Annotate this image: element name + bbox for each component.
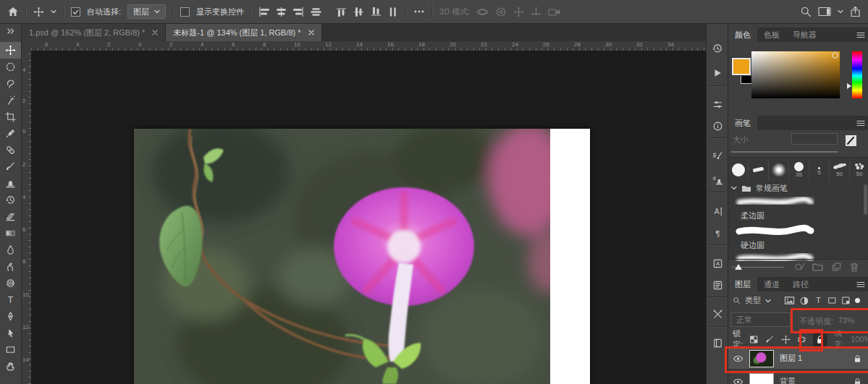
tool-dodge-icon[interactable] <box>0 275 21 291</box>
info-panel-icon[interactable] <box>707 118 728 135</box>
tool-shape-icon[interactable] <box>0 341 21 358</box>
align-center-horizontal-icon[interactable] <box>276 7 287 17</box>
filter-adjustment-layers-icon[interactable] <box>799 296 809 306</box>
layer-thumbnail[interactable] <box>749 373 774 384</box>
tab-brushes[interactable]: 画笔 <box>728 116 757 130</box>
properties-panel-icon[interactable] <box>707 96 728 113</box>
recent-brush-flat-tip[interactable] <box>749 158 769 182</box>
tool-magic-wand-icon[interactable] <box>0 92 21 108</box>
clone-source-panel-icon[interactable] <box>707 172 728 189</box>
tab-channels[interactable]: 通道 <box>757 277 786 291</box>
lock-all-toggle-icon[interactable] <box>813 333 827 346</box>
visibility-eye-icon[interactable] <box>733 354 743 363</box>
tool-history-brush-icon[interactable] <box>0 192 21 208</box>
tool-marquee-icon[interactable] <box>0 59 21 75</box>
layer-name[interactable]: 图层 1 <box>780 353 802 364</box>
share-icon[interactable] <box>850 6 861 17</box>
ruler-left[interactable]: 42 02 46 810 1214 16 <box>22 51 32 384</box>
chevron-down-icon[interactable] <box>765 299 771 303</box>
libraries-panel-icon[interactable] <box>707 335 728 351</box>
layer-thumbnail[interactable] <box>749 350 774 367</box>
new-group-icon[interactable] <box>812 263 823 271</box>
auto-select-target-dropdown[interactable]: 图层 <box>127 4 166 19</box>
brush-settings-panel-icon[interactable] <box>707 148 728 165</box>
close-tab-icon[interactable] <box>152 30 158 35</box>
brush-preset-hard-round[interactable]: 硬边圆 <box>728 223 868 253</box>
actions-panel-icon[interactable] <box>707 64 728 81</box>
filter-pixel-layers-icon[interactable] <box>784 296 795 305</box>
recent-brush-texture[interactable]: 50 <box>850 158 868 182</box>
tool-blur-icon[interactable] <box>0 242 21 258</box>
recent-brush-scatter[interactable]: 50 <box>830 158 850 182</box>
tab-swatches[interactable]: 色板 <box>757 27 786 42</box>
delete-brush-icon[interactable] <box>850 263 859 272</box>
brush-group-row[interactable]: 常规画笔 <box>728 182 868 195</box>
tab-layers[interactable]: 图层 <box>728 277 757 291</box>
filter-type-layers-icon[interactable]: T <box>814 296 823 305</box>
lock-position-icon[interactable] <box>781 335 791 344</box>
paragraph-styles-panel-icon[interactable] <box>707 277 728 294</box>
preview-size-slider[interactable] <box>732 263 784 270</box>
tool-brush-icon[interactable] <box>0 158 21 175</box>
recent-brush-hard-round-5[interactable]: 5 <box>809 158 830 182</box>
workspace-switcher-icon[interactable] <box>818 7 831 17</box>
distribute-vertical-icon[interactable] <box>388 7 399 17</box>
lock-artboard-icon[interactable] <box>797 335 806 344</box>
ruler-corner[interactable] <box>22 41 32 51</box>
brush-size-slider[interactable] <box>731 151 838 153</box>
color-field-marker[interactable] <box>832 52 838 59</box>
lock-transparency-icon[interactable] <box>749 335 759 344</box>
tool-gradient-icon[interactable] <box>0 225 21 242</box>
tool-eraser-icon[interactable] <box>0 208 21 225</box>
tool-hand-icon[interactable] <box>0 358 21 375</box>
layer-name[interactable]: 背景 <box>780 376 796 384</box>
distribute-horizontal-icon[interactable] <box>311 7 321 17</box>
filter-shape-layers-icon[interactable] <box>827 296 837 305</box>
more-options-icon[interactable] <box>413 9 425 14</box>
tool-path-select-icon[interactable] <box>0 325 21 341</box>
tool-eyedropper-icon[interactable] <box>0 125 21 142</box>
collapse-toolbar-icon[interactable] <box>0 24 21 38</box>
filter-toggle-icon[interactable] <box>855 298 860 303</box>
panel-menu-icon[interactable] <box>856 27 868 42</box>
character-styles-panel-icon[interactable]: A <box>707 255 728 272</box>
tab-color[interactable]: 颜色 <box>728 27 757 42</box>
document-tab-untitled1[interactable]: 未标题-1 @ 134% (图层 1, RGB/8) * <box>166 24 321 41</box>
auto-select-checkbox[interactable] <box>71 7 80 17</box>
align-middle-vertical-icon[interactable] <box>353 7 364 17</box>
live-tip-preview-icon[interactable] <box>794 263 805 271</box>
search-icon[interactable] <box>800 6 812 17</box>
hue-slider-marker[interactable] <box>847 83 851 89</box>
recent-brush-soft-round[interactable] <box>769 158 789 182</box>
filter-smart-objects-icon[interactable] <box>841 296 851 305</box>
document-canvas[interactable] <box>134 129 590 384</box>
layer-row-1[interactable]: 图层 1 <box>728 348 868 370</box>
document-tab-1psd[interactable]: 1.psd @ 162% (图层 2, RGB/8) * <box>22 24 166 41</box>
align-left-icon[interactable] <box>258 7 269 17</box>
tab-navigator[interactable]: 导航器 <box>786 27 823 42</box>
character-panel-icon[interactable]: A <box>707 203 728 220</box>
hue-slider[interactable] <box>852 51 862 98</box>
tool-type-icon[interactable]: T <box>0 291 21 308</box>
brush-edit-icon[interactable] <box>845 135 857 147</box>
align-bottom-icon[interactable] <box>371 7 382 17</box>
scrollbar[interactable] <box>864 184 867 215</box>
move-tool-icon[interactable] <box>33 7 44 17</box>
tool-clone-stamp-icon[interactable] <box>0 175 21 192</box>
paragraph-panel-icon[interactable]: ¶ <box>707 225 728 242</box>
brush-preset-soft-round[interactable]: 柔边圆 <box>728 195 868 223</box>
tool-smudge-icon[interactable] <box>0 258 21 275</box>
align-top-icon[interactable] <box>336 7 347 17</box>
move-options-chevron-icon[interactable] <box>51 9 56 14</box>
visibility-eye-icon[interactable] <box>733 377 743 384</box>
blend-mode-dropdown[interactable]: 正常 <box>731 312 791 327</box>
recent-brush-hard-round-35[interactable]: 35 <box>789 158 809 182</box>
color-field[interactable] <box>751 51 840 98</box>
tool-lasso-icon[interactable] <box>0 75 21 92</box>
workspace-chevron-icon[interactable] <box>838 9 843 14</box>
opacity-value[interactable]: 73% <box>838 316 854 325</box>
tool-healing-brush-icon[interactable] <box>0 142 21 158</box>
fill-value[interactable]: 100% <box>851 335 868 344</box>
show-transform-checkbox[interactable] <box>180 7 190 17</box>
history-panel-icon[interactable] <box>707 40 728 56</box>
